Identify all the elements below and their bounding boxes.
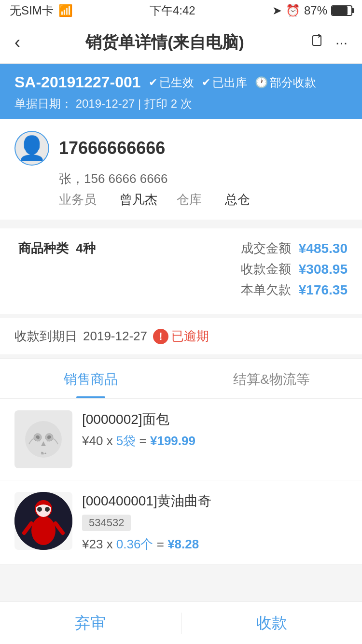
confirm-button[interactable]: 收款	[181, 601, 362, 644]
warehouse-value: 总仓	[225, 191, 250, 208]
summary-left: 商品种类 4种	[14, 240, 96, 260]
nav-actions: ···	[309, 33, 348, 51]
order-id-row: SA-20191227-001 ✔ 已生效 ✔ 已出库 🕐 部分收款	[14, 73, 348, 91]
more-icon[interactable]: ···	[335, 34, 348, 51]
list-item: [000400001]黄油曲奇 534532 ¥23 x 0.36个 = ¥8.…	[0, 480, 362, 565]
product-thumb-2	[14, 492, 72, 550]
salesperson-label: 业务员	[59, 191, 97, 208]
svg-text:鱼+: 鱼+	[41, 451, 47, 456]
debt-value: ¥176.35	[299, 282, 348, 298]
back-button[interactable]: ‹	[14, 32, 20, 53]
product-sku-2: 534532	[82, 515, 131, 531]
status-shipped: ✔ 已出库	[202, 75, 247, 90]
svg-point-10	[31, 516, 56, 545]
category-count: 4种	[76, 241, 95, 255]
customer-info-row: 业务员 曾凡杰 仓库 总仓	[59, 191, 348, 208]
product-thumb-1: 鱼+	[14, 410, 72, 468]
avatar: 👤	[14, 131, 49, 166]
product-name-2: [000400001]黄油曲奇	[82, 492, 348, 510]
order-date-row: 单据日期： 2019-12-27 | 打印 2 次	[14, 96, 348, 112]
product-image-2	[14, 492, 72, 550]
product-total-2: ¥8.28	[167, 537, 199, 551]
product-qty-2: 0.36个	[116, 537, 153, 551]
order-id: SA-20191227-001	[14, 73, 141, 91]
customer-name-text: 张，156 6666 6666	[59, 170, 348, 187]
due-section: 收款到期日 2019-12-27 ! 已逾期	[0, 314, 362, 354]
page-title: 销货单详情(来自电脑)	[85, 31, 244, 54]
category-label: 商品种类	[18, 241, 69, 255]
check-icon-2: ✔	[202, 76, 210, 89]
cancel-button[interactable]: 弃审	[0, 601, 181, 644]
product-name-1: [0000002]面包	[82, 410, 348, 429]
status-left: 无SIM卡 📶	[10, 3, 73, 18]
tab-sales-products[interactable]: 销售商品	[0, 359, 181, 398]
product-price-2: ¥23 x 0.36个 = ¥8.28	[82, 536, 348, 553]
warehouse-label: 仓库	[177, 191, 202, 208]
customer-row: 👤 17666666666	[14, 131, 348, 166]
clock-icon: 🕐	[255, 76, 268, 89]
product-unit-price-2: ¥23	[82, 537, 103, 551]
order-banner: SA-20191227-001 ✔ 已生效 ✔ 已出库 🕐 部分收款 单据日期：…	[0, 64, 362, 119]
product-price-1: ¥40 x 5袋 = ¥199.99	[82, 433, 348, 449]
tab-settlement-label: 结算&物流等	[233, 372, 310, 387]
received-value: ¥308.95	[299, 262, 348, 277]
product-total-1: ¥199.99	[150, 434, 195, 448]
svg-point-12	[45, 507, 50, 512]
overdue-text: 已逾期	[171, 328, 209, 345]
received-label: 收款金额	[241, 261, 291, 278]
product-info-2: [000400001]黄油曲奇 534532 ¥23 x 0.36个 = ¥8.…	[82, 492, 348, 553]
product-list: 鱼+ [0000002]面包 ¥40 x 5袋 = ¥199.99	[0, 399, 362, 565]
status-partial: 🕐 部分收款	[255, 75, 316, 90]
check-icon-1: ✔	[149, 76, 157, 89]
deal-amount-value: ¥485.30	[299, 241, 348, 256]
signal-text: 无SIM卡	[10, 3, 54, 18]
summary-section: 商品种类 4种 成交金额 ¥485.30 收款金额 ¥308.95 本单欠款 ¥…	[0, 228, 362, 314]
status-effected: ✔ 已生效	[149, 75, 194, 90]
share-icon[interactable]	[309, 33, 324, 51]
status-right: ➤ ⏰ 87%	[272, 4, 352, 17]
customer-phone: 17666666666	[59, 138, 165, 158]
debt-label: 本单欠款	[241, 281, 291, 298]
bottom-bar: 弃审 收款	[0, 602, 362, 644]
overdue-icon: !	[153, 329, 168, 344]
debt-amount-row: 本单欠款 ¥176.35	[241, 281, 348, 298]
summary-right: 成交金额 ¥485.30 收款金额 ¥308.95 本单欠款 ¥176.35	[241, 240, 348, 302]
category-row: 商品种类 4种	[14, 240, 96, 257]
nav-bar: ‹ 销货单详情(来自电脑) ···	[0, 21, 362, 64]
svg-point-11	[37, 507, 42, 512]
salesperson-value: 曾凡杰	[120, 191, 157, 208]
product-info-1: [0000002]面包 ¥40 x 5袋 = ¥199.99	[82, 410, 348, 449]
customer-section: 👤 17666666666 张，156 6666 6666 业务员 曾凡杰 仓库…	[0, 119, 362, 220]
due-date-label: 收款到期日	[14, 328, 77, 345]
battery-indicator	[331, 5, 352, 16]
battery-text: 87%	[304, 4, 327, 17]
status-bar: 无SIM卡 📶 下午4:42 ➤ ⏰ 87%	[0, 0, 362, 21]
list-item: 鱼+ [0000002]面包 ¥40 x 5袋 = ¥199.99	[0, 399, 362, 480]
due-date-value: 2019-12-27	[83, 329, 147, 344]
avatar-icon: 👤	[17, 137, 46, 160]
alarm-icon: ⏰	[286, 4, 300, 17]
received-amount-row: 收款金额 ¥308.95	[241, 261, 348, 278]
tabs-section: 销售商品 结算&物流等	[0, 358, 362, 565]
tabs-row: 销售商品 结算&物流等	[0, 359, 362, 399]
product-qty-1: 5袋	[116, 434, 136, 448]
tab-settlement[interactable]: 结算&物流等	[181, 359, 362, 398]
overdue-badge: ! 已逾期	[153, 328, 209, 345]
tab-sales-label: 销售商品	[64, 372, 118, 387]
time-display: 下午4:42	[150, 3, 195, 18]
product-unit-price-1: ¥40	[82, 434, 103, 448]
deal-amount-label: 成交金额	[241, 240, 291, 257]
deal-amount-row: 成交金额 ¥485.30	[241, 240, 348, 257]
wifi-icon: 📶	[58, 4, 73, 17]
location-icon: ➤	[272, 4, 282, 17]
